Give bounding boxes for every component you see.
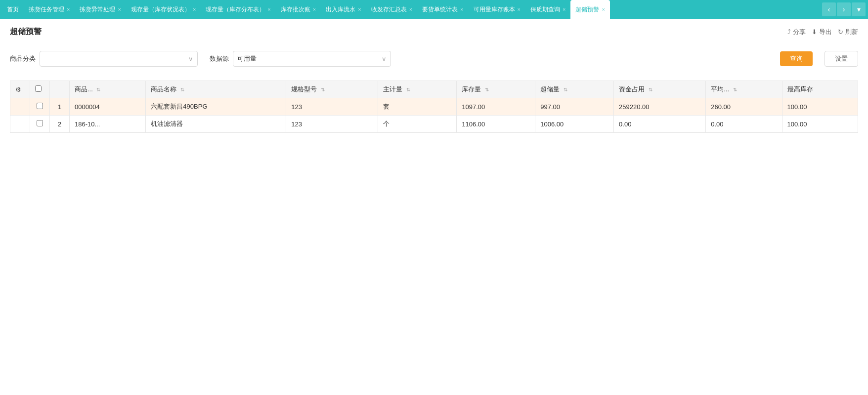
- sort-icon: ⇅: [485, 87, 489, 92]
- sort-icon: ⇅: [733, 87, 737, 92]
- row-capital: 259220.00: [614, 98, 706, 116]
- nav-tab-exception[interactable]: 拣货异常处理 ×: [75, 0, 126, 19]
- datasource-value: 可用量: [237, 54, 257, 63]
- row-checkbox[interactable]: [37, 103, 43, 109]
- export-icon: ⬇: [812, 28, 817, 36]
- row-unit: 个: [378, 116, 457, 133]
- sort-icon: ⇅: [180, 87, 184, 92]
- row-actions-cell: [10, 116, 30, 133]
- col-capital[interactable]: 资金占用 ⇅: [614, 81, 706, 98]
- datasource-label: 数据源: [210, 54, 229, 63]
- row-spec: 123: [286, 116, 378, 133]
- col-name[interactable]: 商品名称 ⇅: [146, 81, 286, 98]
- row-checkbox-cell: [30, 98, 50, 116]
- row-avg: 0.00: [706, 116, 782, 133]
- nav-tab-stock-dist[interactable]: 现存量（库存分布表） ×: [201, 0, 275, 19]
- nav-tab-batch[interactable]: 库存批次账 ×: [276, 0, 321, 19]
- row-spec: 123: [286, 98, 378, 116]
- col-settings[interactable]: ⚙: [10, 81, 30, 98]
- datasource-select[interactable]: 可用量 ∨: [233, 51, 391, 67]
- table-row: 1 0000004 六配套新昌490BPG 123 套 1097.00 997.…: [10, 98, 858, 116]
- col-over[interactable]: 超储量 ⇅: [535, 81, 614, 98]
- col-unit[interactable]: 主计量 ⇅: [378, 81, 457, 98]
- header-actions: ⤴ 分享 ⬇ 导出 ↻ 刷新: [787, 28, 858, 37]
- nav-arrow-left[interactable]: ‹: [822, 2, 836, 16]
- category-label: 商品分类: [10, 54, 36, 63]
- page-title: 超储预警: [10, 27, 42, 37]
- nav-tab-summary[interactable]: 收发存汇总表 ×: [366, 0, 417, 19]
- sort-icon: ⇅: [96, 87, 100, 92]
- col-code[interactable]: 商品... ⇅: [70, 81, 146, 98]
- share-button[interactable]: ⤴ 分享: [787, 28, 806, 37]
- settings-button[interactable]: 设置: [825, 51, 858, 67]
- refresh-button[interactable]: ↻ 刷新: [838, 28, 858, 37]
- row-name: 机油滤清器: [146, 116, 286, 133]
- row-code: 186-10...: [70, 116, 146, 133]
- nav-tab-inout[interactable]: 出入库流水 ×: [321, 0, 366, 19]
- nav-arrows: ‹ › ▾: [822, 2, 866, 16]
- close-icon[interactable]: ×: [67, 6, 70, 12]
- nav-tab-task[interactable]: 拣货任务管理 ×: [24, 0, 75, 19]
- col-num: [50, 81, 70, 98]
- row-checkbox[interactable]: [37, 120, 43, 126]
- refresh-icon: ↻: [838, 28, 843, 36]
- row-over: 997.00: [535, 98, 614, 116]
- category-select[interactable]: ∨: [40, 51, 198, 67]
- close-icon[interactable]: ×: [358, 6, 361, 12]
- nav-arrow-menu[interactable]: ▾: [852, 2, 866, 16]
- query-button[interactable]: 查询: [780, 51, 813, 66]
- row-actions-cell: [10, 98, 30, 116]
- close-icon[interactable]: ×: [460, 6, 463, 12]
- page-container: 超储预警 ⤴ 分享 ⬇ 导出 ↻ 刷新 商品分类 ∨ 数据源: [0, 19, 868, 395]
- share-icon: ⤴: [787, 28, 791, 36]
- datasource-filter-group: 数据源 可用量 ∨: [210, 51, 391, 67]
- nav-tab-requisition[interactable]: 要货单统计表 ×: [417, 0, 468, 19]
- top-navigation: 首页 拣货任务管理 × 拣货异常处理 × 现存量（库存状况表） × 现存量（库存…: [0, 0, 868, 19]
- row-checkbox-cell: [30, 116, 50, 133]
- close-icon[interactable]: ×: [409, 6, 412, 12]
- sort-icon: ⇅: [649, 87, 652, 92]
- chevron-down-icon: ∨: [188, 55, 193, 63]
- close-icon[interactable]: ×: [602, 6, 605, 12]
- row-over: 1006.00: [535, 116, 614, 133]
- row-maxstock: 100.00: [782, 116, 858, 133]
- table-header-row: ⚙ 商品... ⇅ 商品名称 ⇅ 规格型号 ⇅ 主计量: [10, 81, 858, 98]
- row-maxstock: 100.00: [782, 98, 858, 116]
- col-stock[interactable]: 库存量 ⇅: [457, 81, 535, 98]
- category-filter-group: 商品分类 ∨: [10, 51, 198, 67]
- chevron-down-icon: ∨: [382, 55, 387, 63]
- select-all-checkbox[interactable]: [35, 85, 42, 92]
- sort-icon: ⇅: [564, 87, 567, 92]
- row-name: 六配套新昌490BPG: [146, 98, 286, 116]
- filter-row: 商品分类 ∨ 数据源 可用量 ∨ 查询 设置: [10, 45, 858, 73]
- close-icon[interactable]: ×: [118, 6, 121, 12]
- nav-tab-home[interactable]: 首页: [2, 0, 24, 19]
- row-unit: 套: [378, 98, 457, 116]
- col-checkbox: [30, 81, 50, 98]
- col-avg[interactable]: 平均... ⇅: [706, 81, 782, 98]
- row-code: 0000004: [70, 98, 146, 116]
- row-number: 1: [50, 98, 70, 116]
- sort-icon: ⇅: [406, 87, 410, 92]
- row-avg: 260.00: [706, 98, 782, 116]
- export-button[interactable]: ⬇ 导出: [812, 28, 832, 37]
- nav-tab-available[interactable]: 可用量库存账本 ×: [469, 0, 525, 19]
- nav-tab-expiry[interactable]: 保质期查询 ×: [525, 0, 570, 19]
- col-maxstock[interactable]: 最高库存: [782, 81, 858, 98]
- close-icon[interactable]: ×: [518, 6, 521, 12]
- data-table: ⚙ 商品... ⇅ 商品名称 ⇅ 规格型号 ⇅ 主计量: [10, 80, 858, 133]
- row-stock: 1106.00: [457, 116, 535, 133]
- close-icon[interactable]: ×: [563, 6, 565, 12]
- sort-icon: ⇅: [321, 87, 325, 92]
- col-spec[interactable]: 规格型号 ⇅: [286, 81, 378, 98]
- row-capital: 0.00: [614, 116, 706, 133]
- page-header: 超储预警 ⤴ 分享 ⬇ 导出 ↻ 刷新: [10, 27, 858, 37]
- close-icon[interactable]: ×: [267, 6, 270, 12]
- close-icon[interactable]: ×: [313, 6, 316, 12]
- row-number: 2: [50, 116, 70, 133]
- close-icon[interactable]: ×: [193, 6, 196, 12]
- nav-arrow-right[interactable]: ›: [837, 2, 851, 16]
- table-row: 2 186-10... 机油滤清器 123 个 1106.00 1006.00 …: [10, 116, 858, 133]
- nav-tab-stock-status[interactable]: 现存量（库存状况表） ×: [126, 0, 201, 19]
- nav-tab-overstock[interactable]: 超储预警 ×: [570, 0, 609, 19]
